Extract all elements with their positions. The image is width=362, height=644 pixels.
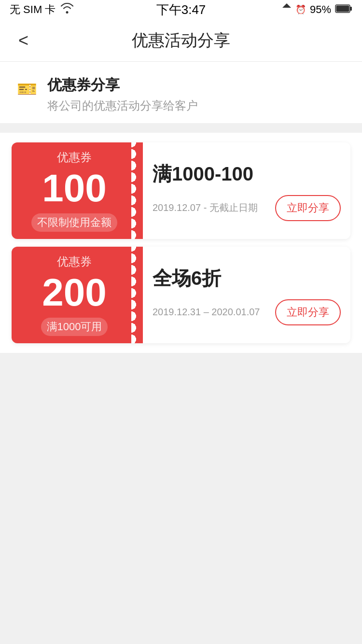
coupon-list: 优惠券 100 不限制使用金额 满1000-100 2019.12.07 - 无…: [0, 133, 362, 353]
nav-bar: < 优惠活动分享: [0, 19, 362, 62]
coupon-card-1: 优惠券 100 不限制使用金额 满1000-100 2019.12.07 - 无…: [12, 142, 350, 239]
coupon-date-2: 2019.12.31 – 2020.01.07: [153, 307, 260, 318]
section-header: 🎫 优惠券分享 将公司的优惠活动分享给客户: [0, 62, 362, 123]
coupon-name-1: 满1000-100: [153, 161, 341, 187]
battery-icon: [335, 3, 352, 16]
status-right: ⏰ 95%: [282, 3, 352, 16]
coupon-date-1: 2019.12.07 - 无截止日期: [153, 201, 258, 214]
coupon-condition-1: 不限制使用金额: [31, 213, 117, 232]
alarm-icon: ⏰: [295, 4, 306, 15]
status-bar: 无 SIM 卡 下午3:47 ⏰ 95%: [0, 0, 362, 19]
section-subtitle: 将公司的优惠活动分享给客户: [47, 98, 198, 113]
coupon-left-2: 优惠券 200 满1000可用: [12, 247, 137, 343]
coupon-card-2: 优惠券 200 满1000可用 全场6折 2019.12.31 – 2020.0…: [12, 247, 350, 343]
coupon-footer-1: 2019.12.07 - 无截止日期 立即分享: [153, 195, 341, 221]
section-text-block: 优惠券分享 将公司的优惠活动分享给客户: [47, 75, 198, 113]
wifi-icon: [60, 3, 74, 16]
coupon-right-2: 全场6折 2019.12.31 – 2020.01.07 立即分享: [137, 247, 350, 343]
share-button-2[interactable]: 立即分享: [275, 299, 341, 325]
divider: [0, 123, 362, 133]
coupon-amount-2: 200: [42, 273, 106, 312]
coupon-right-1: 满1000-100 2019.12.07 - 无截止日期 立即分享: [137, 142, 350, 239]
page-title: 优惠活动分享: [132, 29, 230, 52]
back-button[interactable]: <: [14, 26, 33, 56]
coupon-amount-1: 100: [42, 169, 106, 208]
status-left: 无 SIM 卡: [10, 2, 74, 17]
coupon-name-2: 全场6折: [153, 265, 341, 292]
time-display: 下午3:47: [156, 1, 206, 18]
svg-rect-2: [336, 6, 349, 12]
coupon-left-1: 优惠券 100 不限制使用金额: [12, 142, 137, 239]
section-icon: 🎫: [14, 76, 40, 101]
coupon-condition-2: 满1000可用: [41, 318, 108, 336]
carrier-text: 无 SIM 卡: [10, 2, 56, 17]
coupon-label-1: 优惠券: [57, 150, 92, 165]
svg-rect-1: [350, 7, 352, 11]
coupon-label-2: 优惠券: [57, 254, 92, 269]
section-title: 优惠券分享: [47, 75, 198, 95]
location-icon: [282, 3, 292, 16]
empty-area: [0, 353, 362, 594]
coupon-footer-2: 2019.12.31 – 2020.01.07 立即分享: [153, 299, 341, 325]
battery-text: 95%: [310, 3, 331, 16]
share-button-1[interactable]: 立即分享: [275, 195, 341, 221]
